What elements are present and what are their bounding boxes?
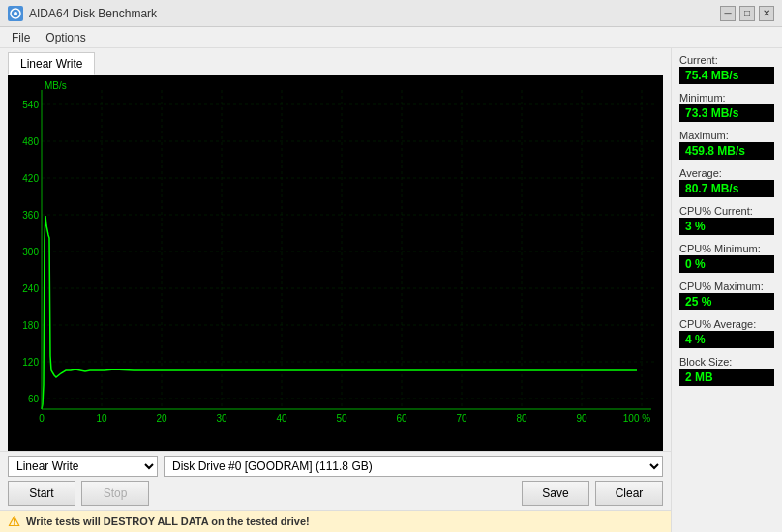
dropdown-row: Linear Write Disk Drive #0 [GOODRAM] (11… <box>8 456 663 477</box>
block-size-value: 2 MB <box>679 369 774 386</box>
maximize-button[interactable]: □ <box>739 6 755 21</box>
save-button[interactable]: Save <box>522 481 589 506</box>
right-panel: Current: 75.4 MB/s Minimum: 73.3 MB/s Ma… <box>671 48 782 532</box>
left-panel: Linear Write MB/s 25:25 <box>0 48 671 532</box>
svg-text:480: 480 <box>22 136 39 147</box>
current-label: Current: <box>679 54 774 66</box>
svg-text:20: 20 <box>156 413 167 424</box>
tab-bar: Linear Write <box>0 48 671 75</box>
window-title: AIDA64 Disk Benchmark <box>29 7 157 20</box>
stat-average: Average: 80.7 MB/s <box>679 167 774 197</box>
title-bar: AIDA64 Disk Benchmark ─ □ ✕ <box>0 0 782 27</box>
svg-text:240: 240 <box>22 283 39 294</box>
maximum-value: 459.8 MB/s <box>679 142 774 160</box>
warning-text: Write tests will DESTROY ALL DATA on the… <box>26 516 310 527</box>
svg-text:540: 540 <box>22 100 39 110</box>
cpu-minimum-value: 0 % <box>679 255 774 273</box>
stat-cpu-minimum: CPU% Minimum: 0 % <box>679 243 774 273</box>
stop-button[interactable]: Stop <box>81 481 149 506</box>
svg-text:360: 360 <box>22 210 39 221</box>
controls-area: Linear Write Disk Drive #0 [GOODRAM] (11… <box>0 451 671 510</box>
stat-maximum: Maximum: 459.8 MB/s <box>679 130 774 160</box>
main-content: Linear Write MB/s 25:25 <box>0 48 782 532</box>
svg-text:50: 50 <box>336 413 347 424</box>
svg-text:90: 90 <box>576 413 587 424</box>
cpu-maximum-value: 25 % <box>679 293 774 310</box>
test-type-dropdown[interactable]: Linear Write <box>8 456 158 477</box>
svg-text:10: 10 <box>96 413 107 424</box>
average-label: Average: <box>679 167 774 179</box>
current-value: 75.4 MB/s <box>679 67 774 84</box>
cpu-current-value: 3 % <box>679 218 774 235</box>
svg-text:60: 60 <box>28 394 40 404</box>
tab-linear-write[interactable]: Linear Write <box>8 52 95 75</box>
start-button[interactable]: Start <box>8 481 75 506</box>
stat-cpu-average: CPU% Average: 4 % <box>679 318 774 348</box>
svg-text:80: 80 <box>516 413 527 424</box>
close-button[interactable]: ✕ <box>759 6 774 21</box>
stat-cpu-maximum: CPU% Maximum: 25 % <box>679 281 774 310</box>
menu-bar: File Options <box>0 27 782 48</box>
stat-current: Current: 75.4 MB/s <box>679 54 774 84</box>
svg-text:70: 70 <box>456 413 467 424</box>
menu-file[interactable]: File <box>4 29 38 46</box>
cpu-current-label: CPU% Current: <box>679 205 774 217</box>
block-size-label: Block Size: <box>679 356 774 368</box>
minimize-button[interactable]: ─ <box>720 6 736 21</box>
svg-text:120: 120 <box>22 357 39 368</box>
chart-area: MB/s 25:25 <box>8 75 663 451</box>
svg-text:420: 420 <box>22 173 39 184</box>
warning-icon: ⚠ <box>8 514 20 529</box>
cpu-average-value: 4 % <box>679 331 774 348</box>
svg-text:40: 40 <box>276 413 287 424</box>
svg-point-1 <box>14 12 17 15</box>
svg-text:MB/s: MB/s <box>45 80 67 91</box>
minimum-label: Minimum: <box>679 92 774 103</box>
cpu-average-label: CPU% Average: <box>679 318 774 330</box>
average-value: 80.7 MB/s <box>679 180 774 197</box>
svg-text:300: 300 <box>22 247 39 257</box>
window-controls: ─ □ ✕ <box>720 6 774 21</box>
minimum-value: 73.3 MB/s <box>679 104 774 122</box>
svg-text:0: 0 <box>39 413 45 424</box>
cpu-maximum-label: CPU% Maximum: <box>679 281 774 292</box>
chart-svg: 540 480 420 360 300 240 180 120 60 0 10 … <box>8 75 663 451</box>
svg-text:60: 60 <box>396 413 407 424</box>
stat-minimum: Minimum: 73.3 MB/s <box>679 92 774 122</box>
app-icon <box>8 6 23 21</box>
maximum-label: Maximum: <box>679 130 774 141</box>
menu-options[interactable]: Options <box>38 29 93 46</box>
svg-text:30: 30 <box>216 413 227 424</box>
warning-bar: ⚠ Write tests will DESTROY ALL DATA on t… <box>0 510 671 532</box>
svg-rect-2 <box>8 75 663 451</box>
stat-cpu-current: CPU% Current: 3 % <box>679 205 774 235</box>
svg-text:100 %: 100 % <box>623 413 650 424</box>
cpu-minimum-label: CPU% Minimum: <box>679 243 774 254</box>
clear-button[interactable]: Clear <box>595 481 663 506</box>
buttons-row: Start Stop Save Clear <box>8 481 663 506</box>
stat-block-size: Block Size: 2 MB <box>679 356 774 386</box>
svg-text:180: 180 <box>22 320 39 331</box>
drive-select-dropdown[interactable]: Disk Drive #0 [GOODRAM] (111.8 GB) <box>164 456 663 477</box>
